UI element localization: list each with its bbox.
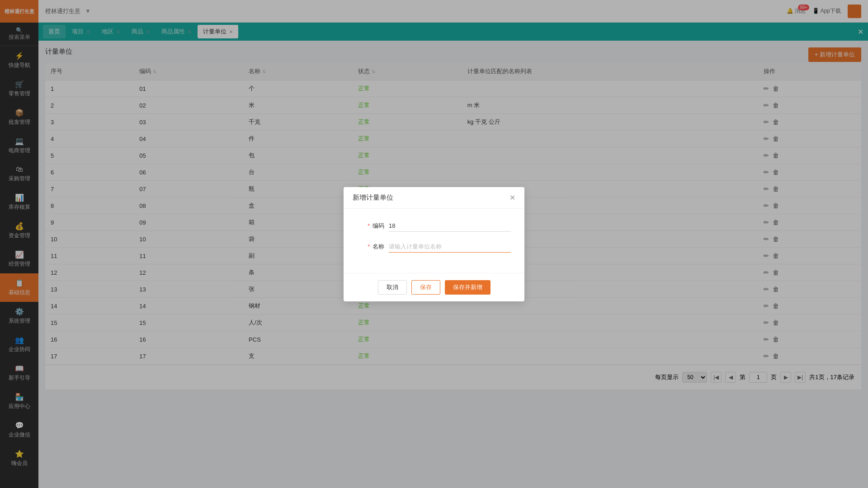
add-unit-dialog: 新增计量单位 ✕ * 编码 * 名称 取消 保存 保存并新增: [344, 187, 524, 301]
save-button[interactable]: 保存: [411, 280, 440, 295]
name-label-text: 名称: [373, 243, 384, 250]
cancel-button[interactable]: 取消: [378, 280, 407, 295]
code-label-text: 编码: [373, 222, 384, 229]
code-label: * 编码: [357, 222, 384, 230]
name-label: * 名称: [357, 243, 384, 251]
name-field-row: * 名称: [357, 241, 511, 253]
code-required-mark: *: [368, 222, 370, 229]
code-input[interactable]: [389, 220, 511, 232]
dialog-body: * 编码 * 名称: [344, 209, 524, 273]
dialog-close-button[interactable]: ✕: [509, 193, 515, 202]
save-and-new-button[interactable]: 保存并新增: [445, 280, 491, 295]
dialog-title: 新增计量单位: [353, 193, 393, 202]
name-input[interactable]: [389, 241, 511, 253]
dialog-overlay: 新增计量单位 ✕ * 编码 * 名称 取消 保存 保存并新增: [0, 0, 868, 488]
dialog-header: 新增计量单位 ✕: [344, 187, 524, 209]
name-required-mark: *: [368, 243, 370, 250]
code-field-row: * 编码: [357, 220, 511, 232]
dialog-footer: 取消 保存 保存并新增: [344, 273, 524, 301]
